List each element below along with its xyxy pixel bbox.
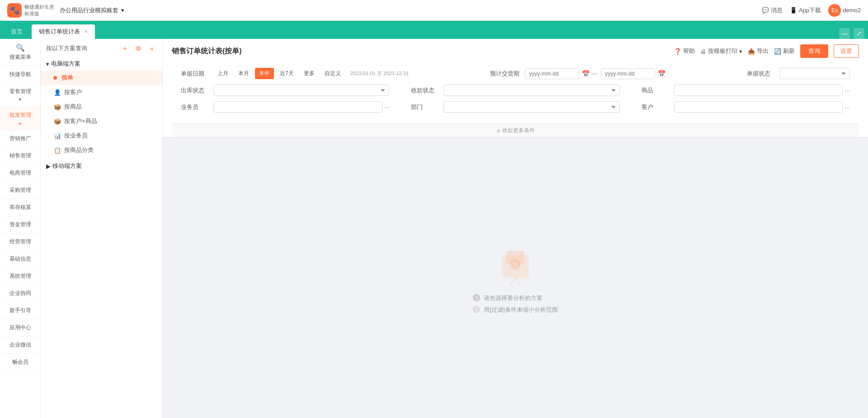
- scheme-item-by-customer[interactable]: 👤 按客户: [41, 85, 162, 100]
- empty-tip-1: 1 请先选择要分析的方案: [473, 294, 557, 302]
- ship-status-label: 出库状态: [181, 86, 208, 95]
- sidebar-item-apps[interactable]: 应用中心: [0, 319, 40, 337]
- expected-date-to[interactable]: [601, 68, 655, 79]
- sidebar-item-guide[interactable]: 新手引导: [0, 302, 40, 319]
- sidebar-item-coop[interactable]: 企业协同: [0, 285, 40, 302]
- page-header: 销售订单统计表(按单) ❓ 帮助 🖨 按模板打印 ▾ 📤: [163, 39, 868, 138]
- query-button[interactable]: 查询: [800, 44, 828, 58]
- sidebar-item-stock[interactable]: 库存核算: [0, 199, 40, 216]
- sidebar-item-wholesale[interactable]: 批发管理 ▴: [0, 107, 40, 130]
- svg-line-4: [511, 278, 515, 285]
- filter-row-1: 单据日期 上月 本月 本年 近7天 更多 自定义 2023-01-01 至 20…: [181, 68, 850, 79]
- svg-text:?: ?: [513, 261, 516, 268]
- message-icon: 💬: [762, 7, 769, 14]
- expand-btn[interactable]: ⤢: [854, 28, 864, 39]
- scheme-item-by-salesman[interactable]: 📊 按业务员: [41, 128, 162, 143]
- salesman-input[interactable]: [213, 101, 382, 113]
- sidebar-item-shortcut[interactable]: 快捷导航: [0, 66, 40, 83]
- salesman-more-btn[interactable]: ···: [384, 104, 390, 111]
- last7-btn[interactable]: 近7天: [276, 68, 298, 79]
- sidebar-item-marketing[interactable]: 营销推广: [0, 130, 40, 147]
- scheme-item-by-goods[interactable]: 📦 按商品: [41, 100, 162, 114]
- tabs-actions: — ⤢: [839, 28, 864, 39]
- customer-input[interactable]: [674, 101, 843, 113]
- print-icon: 🖨: [700, 48, 706, 55]
- collapse-panel-btn[interactable]: «: [147, 43, 157, 53]
- empty-state: ? 1 请先选择要分析的方案 2 用[过滤]条件来缩小分析范围: [163, 138, 868, 418]
- calendar-icon-1[interactable]: 📅: [582, 70, 590, 77]
- topbar-right: 💬 消息 📱 App下载 Ea demo2: [762, 4, 861, 17]
- refresh-btn[interactable]: 🔄 刷新: [774, 47, 795, 55]
- scheme-item-by-category[interactable]: 📋 按商品分类: [41, 143, 162, 157]
- calendar-icon-2[interactable]: 📅: [658, 70, 665, 77]
- collapse-bar[interactable]: ∧ 收起更多条件: [172, 124, 859, 137]
- desktop-scheme-group: ▾ 电脑端方案 按单 👤 按客户 📦 按商品 📦 按客户+商品: [41, 57, 162, 157]
- mobile-group-title[interactable]: ▶ 移动端方案: [41, 159, 162, 173]
- print-btn[interactable]: 🖨 按模板打印 ▾: [700, 47, 742, 55]
- retail-arrow: ▾: [19, 97, 21, 102]
- tab-close-icon[interactable]: ×: [85, 28, 88, 35]
- goods-more-btn[interactable]: ···: [844, 87, 850, 94]
- mobile-scheme-group: ▶ 移动端方案: [41, 159, 162, 173]
- main: 按以下方案查询 + ⚙ « ▾ 电脑端方案 按单 👤 按客户: [41, 39, 868, 418]
- tab-home[interactable]: 首页: [4, 24, 30, 39]
- user-menu[interactable]: Ea demo2: [828, 4, 861, 17]
- this-year-btn[interactable]: 本年: [255, 68, 274, 79]
- breadcrumb-arrow[interactable]: ▾: [121, 7, 124, 14]
- status-label: 单据状态: [747, 70, 774, 78]
- help-btn[interactable]: ❓ 帮助: [674, 47, 695, 55]
- expected-date-group: 📅 — 📅: [525, 68, 665, 79]
- empty-tips: 1 请先选择要分析的方案 2 用[过滤]条件来缩小分析范围: [473, 294, 557, 314]
- tab-sales-order[interactable]: 销售订单统计表 ×: [32, 24, 95, 39]
- settings-button[interactable]: 设置: [834, 44, 859, 58]
- sidebar-item-wechat[interactable]: 企业微信: [0, 337, 40, 354]
- settings-scheme-btn[interactable]: ⚙: [133, 43, 143, 53]
- goods-input[interactable]: [674, 85, 843, 96]
- sidebar-item-purchase[interactable]: 采购管理: [0, 182, 40, 199]
- page-title: 销售订单统计表(按单): [172, 47, 242, 56]
- add-scheme-btn[interactable]: +: [120, 43, 130, 53]
- message-btn[interactable]: 💬 消息: [762, 6, 783, 14]
- sidebar-item-search[interactable]: 🔍 搜索菜单: [0, 39, 40, 66]
- date-label: 单据日期: [181, 70, 208, 78]
- content-area: 销售订单统计表(按单) ❓ 帮助 🖨 按模板打印 ▾ 📤: [163, 39, 868, 418]
- last-month-btn[interactable]: 上月: [213, 68, 232, 79]
- sidebar-item-retail[interactable]: 零售管理 ▾: [0, 83, 40, 107]
- sidebar-item-sales[interactable]: 销售管理: [0, 147, 40, 165]
- more-btn[interactable]: 更多: [300, 68, 319, 79]
- expected-date-from[interactable]: [525, 68, 579, 79]
- customer-scheme-icon: 👤: [53, 88, 61, 96]
- filter-row-2: 出库状态 收款状态: [181, 85, 850, 96]
- export-btn[interactable]: 📤 导出: [748, 47, 769, 55]
- sidebar-item-operation[interactable]: 经营管理: [0, 233, 40, 251]
- mobile-group-arrow: ▶: [46, 163, 51, 170]
- date-input-group: 2023-01-01 至 2023-12-31: [350, 70, 409, 77]
- app-icon: 📱: [790, 7, 797, 14]
- collapse-icon: ∧: [496, 128, 500, 134]
- this-month-btn[interactable]: 本月: [234, 68, 253, 79]
- ship-status-select[interactable]: [213, 85, 389, 96]
- scheme-item-by-order[interactable]: 按单: [41, 71, 162, 85]
- app-download-btn[interactable]: 📱 App下载: [790, 6, 821, 14]
- sidebar-item-member[interactable]: 畅会员: [0, 354, 40, 371]
- goods-scheme-icon: 📦: [53, 103, 61, 111]
- dept-select[interactable]: [443, 101, 619, 113]
- logo-icon: 🐾: [7, 3, 22, 18]
- custom-btn[interactable]: 自定义: [321, 68, 345, 79]
- desktop-group-title[interactable]: ▾ 电脑端方案: [41, 57, 162, 71]
- sidebar-item-finance[interactable]: 资金管理: [0, 216, 40, 233]
- sidebar-item-system[interactable]: 系统管理: [0, 268, 40, 285]
- customer-label: 客户: [642, 103, 669, 111]
- customer-more-btn[interactable]: ···: [844, 104, 850, 111]
- goods-label: 商品: [642, 86, 669, 95]
- tip-num-1: 1: [473, 294, 480, 301]
- payment-status-select[interactable]: [443, 85, 619, 96]
- logo: 🐾 畅捷通好生意 标准版: [7, 3, 54, 18]
- status-select[interactable]: [779, 68, 850, 79]
- sidebar-item-basic[interactable]: 基础信息: [0, 251, 40, 268]
- topbar: 🐾 畅捷通好生意 标准版 办公用品行业模拟账套 ▾ 💬 消息 📱 App下载 E…: [0, 0, 868, 21]
- tip-num-2: 2: [473, 306, 480, 313]
- scheme-item-by-cust-goods[interactable]: 📦 按客户+商品: [41, 114, 162, 128]
- minimize-btn[interactable]: —: [839, 28, 850, 39]
- sidebar-item-ecommerce[interactable]: 电商管理: [0, 165, 40, 182]
